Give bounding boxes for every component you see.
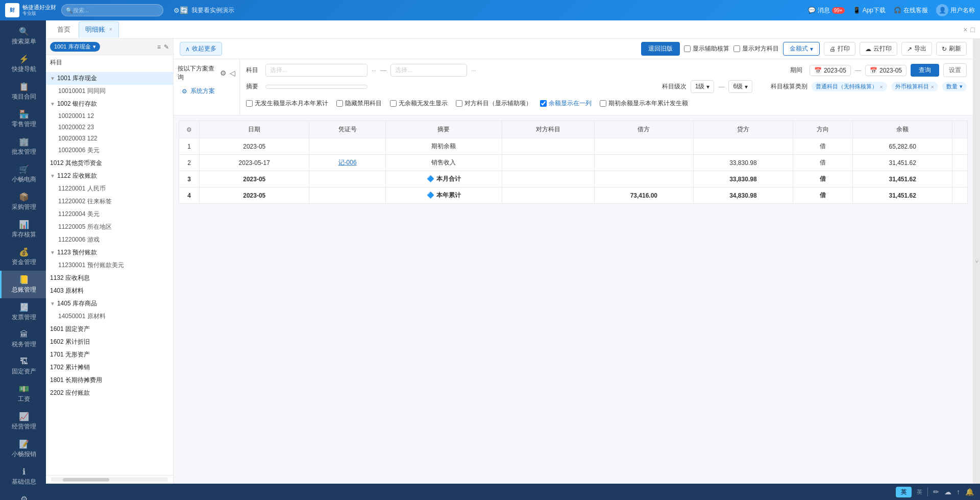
tree-node-11220005[interactable]: 11220005 所在地区 (46, 221, 173, 233)
refresh-btn[interactable]: ↻ 刷新 (936, 42, 967, 56)
tree-node-11220001[interactable]: 11220001 人民币 (46, 182, 173, 195)
tree-node-1132[interactable]: 1132 应收利息 (46, 272, 173, 284)
cb-opposite-subject[interactable]: 对方科目（显示辅助项） (456, 99, 532, 108)
sidebar-item-retail[interactable]: 🏪 零售管理 (0, 105, 46, 133)
chip-quantity[interactable]: 数量 ▾ (942, 82, 967, 91)
cb-no-amount-input[interactable] (246, 100, 253, 107)
tab-home[interactable]: 首页 (51, 22, 77, 37)
return-old-version-btn[interactable]: 退回旧版 (641, 42, 680, 56)
tree-node-10020001[interactable]: 10020001 12 (46, 110, 173, 122)
lang-switch-btn[interactable]: 英 (896, 487, 912, 497)
tree-node-1702[interactable]: 1702 累计摊销 (46, 361, 173, 374)
cb-no-balance[interactable]: 无余额无发生显示 (390, 99, 448, 108)
subject-input[interactable]: 选择... (265, 64, 368, 77)
tree-node-1012[interactable]: 1012 其他货币资金 (46, 157, 173, 170)
level-end-select[interactable]: 6级 ▾ (728, 80, 752, 93)
window-close-icon[interactable]: × (963, 26, 967, 34)
period-start-input[interactable]: 📅 2023-05 (810, 65, 851, 76)
sidebar-item-report[interactable]: 📝 小畅报销 (0, 435, 46, 463)
tree-node-11230001[interactable]: 11230001 预付账款美元 (46, 259, 173, 272)
cb-period-balance[interactable]: 期初余额显示本年累计发生额 (600, 99, 688, 108)
tree-node-1001[interactable]: ▼ 1001 库存现金 (46, 72, 173, 85)
tree-node-11220006[interactable]: 11220006 游戏 (46, 233, 173, 246)
sidebar-item-purchase[interactable]: 📦 采购管理 (0, 188, 46, 216)
current-subject-tag[interactable]: 1001 库存现金 ▾ (50, 42, 100, 52)
chip-normal[interactable]: 普通科目（无特殊核算） × (812, 82, 887, 91)
tree-node-10020006[interactable]: 10020006 美元 (46, 144, 173, 157)
tree-node-10020003[interactable]: 10020003 122 (46, 133, 173, 144)
scheme-system-item[interactable]: ⚙ 系统方案 (178, 85, 235, 98)
tree-node-1801[interactable]: 1801 长期待摊费用 (46, 374, 173, 387)
level-start-select[interactable]: 1级 ▾ (691, 80, 715, 93)
sidebar-item-wholesale[interactable]: 🏢 批发管理 (0, 133, 46, 160)
cb-no-balance-input[interactable] (390, 100, 397, 107)
cb-period-balance-input[interactable] (600, 100, 606, 107)
cb-no-amount[interactable]: 无发生额显示本月本年累计 (246, 99, 328, 108)
edit-icon-bottom[interactable]: ✏ (933, 488, 939, 496)
list-icon[interactable]: ≡ (157, 43, 161, 51)
currency-type-btn[interactable]: 金额式 ▾ (783, 42, 820, 56)
period-end-input[interactable]: 📅 2023-05 (865, 65, 906, 76)
cb-hide-disabled[interactable]: 隐藏禁用科目 (336, 99, 382, 108)
tree-node-1002[interactable]: ▼ 1002 银行存款 (46, 98, 173, 110)
tree-node-1602[interactable]: 1602 累计折旧 (46, 336, 173, 348)
sidebar-item-project[interactable]: 📋 项目合同 (0, 78, 46, 105)
tree-node-11220004[interactable]: 11220004 美元 (46, 208, 173, 221)
cloud-icon-bottom[interactable]: ☁ (944, 488, 951, 496)
sidebar-item-invoice[interactable]: 🧾 发票管理 (0, 298, 46, 326)
sidebar-item-quick-nav[interactable]: ⚡ 快捷导航 (0, 50, 46, 78)
tab-detail-account[interactable]: 明细账 × (79, 21, 119, 38)
right-collapse-handle[interactable]: > (973, 39, 980, 484)
cb-hide-disabled-input[interactable] (336, 100, 343, 107)
bell-icon-bottom[interactable]: 🔔 (965, 488, 974, 496)
window-maximize-icon[interactable]: □ (971, 26, 975, 34)
print-btn[interactable]: 🖨 打印 (824, 42, 855, 56)
chip-close-icon[interactable]: × (879, 84, 883, 90)
sidebar-item-payroll[interactable]: 💵 工资 (0, 380, 46, 408)
edit-icon[interactable]: ✎ (164, 43, 169, 51)
tree-node-1123[interactable]: ▼ 1123 预付账款 (46, 246, 173, 259)
top-search-box[interactable]: 🔍 搜索... (61, 4, 163, 16)
table-settings-icon[interactable]: ⚙ (186, 126, 192, 133)
tree-node-1601[interactable]: 1601 固定资产 (46, 323, 173, 336)
sidebar-item-general-ledger[interactable]: 📒 总账管理 (0, 271, 46, 298)
tab-close-icon[interactable]: × (109, 27, 112, 32)
tree-scrollbar[interactable] (51, 478, 168, 482)
show-aux-checkbox[interactable] (684, 45, 691, 52)
sidebar-item-capital[interactable]: 💰 资金管理 (0, 243, 46, 271)
col-settings[interactable]: ⚙ (179, 121, 200, 138)
tree-node-11220002[interactable]: 11220002 往来标签 (46, 195, 173, 208)
sidebar-item-search[interactable]: 🔍 搜索菜单 (0, 22, 46, 50)
tree-node-1405[interactable]: ▼ 1405 库存商品 (46, 297, 173, 310)
cell-voucher-2[interactable]: 记-006 (309, 155, 385, 171)
expand-more-btn[interactable]: ∧ 收起更多 (180, 42, 222, 56)
upload-icon-bottom[interactable]: ↑ (957, 488, 960, 496)
settings-btn[interactable]: 设置 (943, 63, 967, 77)
tree-node-1701[interactable]: 1701 无形资产 (46, 348, 173, 361)
subject-end-input[interactable]: 选择... (390, 64, 467, 77)
sidebar-item-inventory[interactable]: 📊 库存核算 (0, 216, 46, 243)
sidebar-item-system[interactable]: ⚙ 系统管理 (0, 490, 46, 500)
demo-link-area[interactable]: 🔄 我要看实例演示 (180, 6, 808, 15)
tree-node-10010001[interactable]: 10010001 同同同 (46, 85, 173, 98)
sidebar-item-ecommerce[interactable]: 🛒 小畅电商 (0, 160, 46, 188)
tree-node-2202[interactable]: 2202 应付账款 (46, 387, 173, 399)
tree-node-1122[interactable]: ▼ 1122 应收账款 (46, 170, 173, 182)
cb-balance-one-col[interactable]: 余额显示在一列 (540, 99, 592, 108)
export-btn[interactable]: ↗ 导出 (901, 42, 932, 56)
tree-node-1403[interactable]: 1403 原材料 (46, 284, 173, 297)
tree-node-14050001[interactable]: 14050001 原材料 (46, 310, 173, 323)
sidebar-item-fixed-assets[interactable]: 🏗 固定资产 (0, 353, 46, 380)
show-opposite-checkbox[interactable] (733, 45, 740, 52)
notification-btn[interactable]: 💬 消息 99+ (808, 6, 845, 15)
cloud-print-btn[interactable]: ☁ 云打印 (860, 42, 897, 56)
summary-input[interactable] (265, 85, 368, 89)
sidebar-item-basic-info[interactable]: ℹ 基础信息 (0, 463, 46, 490)
filter-settings-icon[interactable]: ⚙ (220, 69, 227, 77)
search-btn[interactable]: 查询 (911, 64, 939, 77)
sidebar-item-operations[interactable]: 📈 经营管理 (0, 408, 46, 435)
cb-balance-one-col-input[interactable] (540, 100, 547, 107)
gear-icon[interactable]: ⚙ (174, 7, 180, 14)
sidebar-item-tax[interactable]: 🏛 税务管理 (0, 326, 46, 353)
app-download-btn[interactable]: 📱 App下载 (853, 6, 886, 15)
